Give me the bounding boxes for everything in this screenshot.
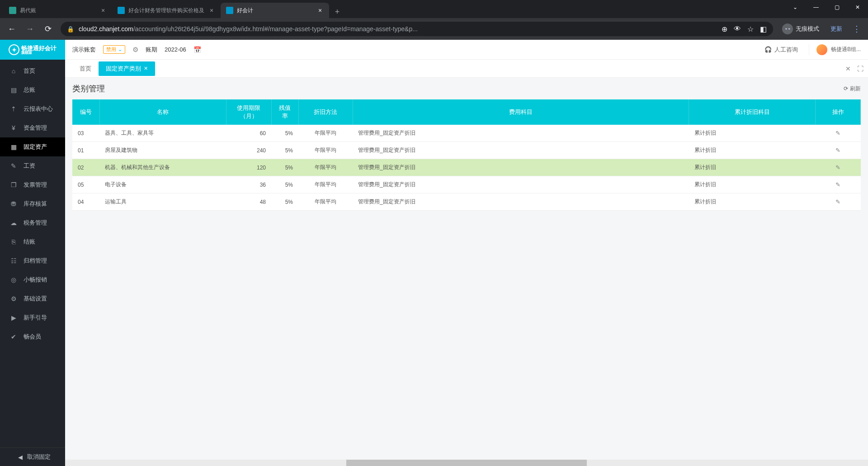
- nav-icon: ◎: [10, 276, 17, 283]
- window-controls: ⌄ — ▢ ✕: [785, 0, 868, 14]
- close-icon[interactable]: ×: [99, 7, 107, 14]
- app-logo[interactable]: ✦ 畅捷通好会计 旗舰版: [0, 40, 65, 60]
- arrow-down-icon[interactable]: ⌄: [785, 0, 806, 14]
- cell-op: ✎: [816, 159, 861, 176]
- sidebar-item-0[interactable]: ⌂首页: [0, 61, 65, 80]
- cell-op: ✎: [816, 193, 861, 211]
- sidebar-item-9[interactable]: ⎘结账: [0, 232, 65, 251]
- cell-method: 年限平均: [298, 159, 353, 176]
- cell-life: 120: [226, 159, 271, 176]
- url-input[interactable]: 🔒 cloud2.chanjet.com/accounting/uh26t264…: [61, 22, 773, 36]
- sidebar-item-10[interactable]: ☷归档管理: [0, 251, 65, 270]
- close-window-button[interactable]: ✕: [847, 0, 868, 14]
- forward-button[interactable]: →: [22, 21, 38, 37]
- headset-icon: 🎧: [764, 46, 772, 53]
- fullscreen-icon[interactable]: ⛶: [857, 65, 863, 72]
- sidebar-item-3[interactable]: ¥资金管理: [0, 118, 65, 137]
- sidebar-item-14[interactable]: ✔畅会员: [0, 327, 65, 346]
- th-method: 折旧方法: [298, 99, 353, 125]
- top-bar: 演示账套 禁用 ⌄ ⚙ 账期 2022-06 📅 🎧 人工咨询 畅捷通B组...: [65, 40, 868, 60]
- user-menu[interactable]: 畅捷通B组...: [809, 44, 861, 55]
- period-label: 账期: [146, 46, 157, 54]
- zoom-icon[interactable]: ⊕: [722, 25, 727, 33]
- eye-off-icon[interactable]: 👁: [734, 25, 741, 33]
- cell-life: 240: [226, 142, 271, 159]
- edit-icon[interactable]: ✎: [835, 198, 840, 205]
- sidebar-item-8[interactable]: ☁税务管理: [0, 213, 65, 232]
- period-value[interactable]: 2022-06: [165, 46, 186, 53]
- cell-code: 02: [72, 159, 99, 176]
- cell-life: 48: [226, 193, 271, 211]
- cell-method: 年限平均: [298, 142, 353, 159]
- table-row[interactable]: 03器具、工具、家具等605%年限平均管理费用_固定资产折旧累计折旧✎: [72, 125, 861, 142]
- horizontal-scrollbar[interactable]: [65, 460, 868, 466]
- back-button[interactable]: ←: [4, 21, 20, 37]
- table-row[interactable]: 05电子设备365%年限平均管理费用_固定资产折旧累计折旧✎: [72, 176, 861, 193]
- asset-type-table: 编号 名称 使用期限（月） 残值率 折旧方法 费用科目 累计折旧科目 操作 03…: [72, 99, 861, 211]
- logo-sub: 旗舰版: [21, 51, 57, 55]
- update-button[interactable]: 更新: [826, 22, 847, 36]
- cell-depr: 累计折旧: [689, 142, 816, 159]
- sidebar-item-12[interactable]: ⚙基础设置: [0, 289, 65, 308]
- nav-label: 小畅报销: [24, 276, 47, 284]
- nav-label: 资金管理: [24, 124, 47, 132]
- tab-title: 好会计: [237, 7, 313, 14]
- tab-title: 易代账: [20, 7, 96, 14]
- nav-icon: ⌂: [10, 67, 17, 75]
- edit-icon[interactable]: ✎: [835, 164, 840, 171]
- main: 演示账套 禁用 ⌄ ⚙ 账期 2022-06 📅 🎧 人工咨询 畅捷通B组...…: [65, 40, 868, 466]
- edit-icon[interactable]: ✎: [835, 181, 840, 188]
- extension-icon[interactable]: ◧: [760, 25, 767, 33]
- pin-label: 取消固定: [27, 453, 51, 461]
- gear-icon[interactable]: ⚙: [132, 46, 138, 54]
- minimize-button[interactable]: —: [806, 0, 826, 14]
- table-row[interactable]: 01房屋及建筑物2405%年限平均管理费用_固定资产折旧累计折旧✎: [72, 142, 861, 159]
- edit-icon[interactable]: ✎: [835, 147, 840, 154]
- cell-code: 01: [72, 142, 99, 159]
- table-row[interactable]: 04运输工具485%年限平均管理费用_固定资产折旧累计折旧✎: [72, 193, 861, 211]
- close-icon[interactable]: ✕: [144, 66, 148, 71]
- browser-tab[interactable]: 易代账 ×: [4, 3, 112, 18]
- unpin-button[interactable]: ◀ 取消固定: [0, 448, 65, 466]
- nav-icon: ▤: [10, 86, 17, 94]
- cell-method: 年限平均: [298, 193, 353, 211]
- scroll-thumb[interactable]: [346, 460, 587, 466]
- nav-icon: ▦: [10, 143, 17, 151]
- sidebar-item-6[interactable]: ❐发票管理: [0, 175, 65, 194]
- tab-home[interactable]: 首页: [72, 61, 99, 76]
- star-icon[interactable]: ☆: [747, 25, 754, 33]
- tab-asset-type[interactable]: 固定资产类别 ✕: [99, 61, 155, 76]
- nav-label: 发票管理: [24, 181, 47, 189]
- close-icon[interactable]: ×: [316, 7, 324, 14]
- reload-button[interactable]: ⟳: [40, 21, 56, 37]
- nav-icon: ⛃: [10, 200, 17, 207]
- menu-icon[interactable]: ⋮: [849, 24, 864, 34]
- maximize-button[interactable]: ▢: [826, 0, 847, 14]
- sidebar-item-13[interactable]: ▶新手引导: [0, 308, 65, 327]
- address-bar: ← → ⟳ 🔒 cloud2.chanjet.com/accounting/uh…: [0, 18, 868, 40]
- sidebar-item-4[interactable]: ▦固定资产: [0, 137, 65, 156]
- browser-chrome: 易代账 × 好会计财务管理软件购买价格及 × 好会计 × + ⌄ — ▢ ✕ ←…: [0, 0, 868, 40]
- calendar-icon[interactable]: 📅: [193, 46, 201, 53]
- help-link[interactable]: 🎧 人工咨询: [764, 46, 798, 54]
- sidebar-item-5[interactable]: ✎工资: [0, 156, 65, 175]
- sidebar-item-7[interactable]: ⛃库存核算: [0, 194, 65, 213]
- cell-method: 年限平均: [298, 176, 353, 193]
- sidebar-item-2[interactable]: ⇡云报表中心: [0, 99, 65, 118]
- sidebar-item-11[interactable]: ◎小畅报销: [0, 270, 65, 289]
- close-icon[interactable]: ×: [208, 7, 215, 14]
- refresh-button[interactable]: ⟳ 刷新: [844, 85, 861, 93]
- sidebar-item-1[interactable]: ▤总账: [0, 80, 65, 99]
- new-tab-button[interactable]: +: [331, 5, 344, 18]
- browser-tab[interactable]: 好会计财务管理软件购买价格及 ×: [112, 3, 221, 18]
- nav-icon: ▶: [10, 314, 17, 321]
- cell-op: ✎: [816, 176, 861, 193]
- chevron-down-icon: ⌄: [118, 47, 122, 52]
- trial-badge[interactable]: 禁用 ⌄: [103, 45, 125, 54]
- nav-label: 基础设置: [24, 295, 47, 303]
- close-all-icon[interactable]: ✕: [845, 65, 851, 72]
- table-row[interactable]: 02机器、机械和其他生产设备1205%年限平均管理费用_固定资产折旧累计折旧✎: [72, 159, 861, 176]
- browser-tab-active[interactable]: 好会计 ×: [221, 3, 329, 18]
- cell-expense: 管理费用_固定资产折旧: [353, 159, 689, 176]
- edit-icon[interactable]: ✎: [835, 130, 840, 137]
